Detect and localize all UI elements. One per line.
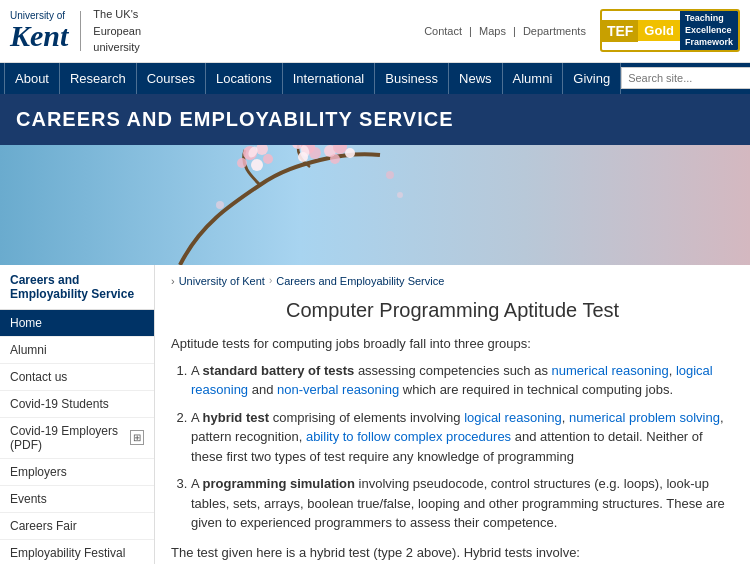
nav-courses[interactable]: Courses bbox=[137, 63, 206, 94]
nav-alumni[interactable]: Alumni bbox=[503, 63, 564, 94]
breadcrumb-ces[interactable]: Careers and Employability Service bbox=[276, 275, 444, 287]
breadcrumb-arrow: › bbox=[171, 275, 175, 287]
sidebar-item-events[interactable]: Events bbox=[0, 486, 154, 513]
nav-research[interactable]: Research bbox=[60, 63, 137, 94]
svg-point-10 bbox=[309, 147, 321, 159]
kent-text: Kent bbox=[10, 21, 68, 51]
search-input[interactable] bbox=[621, 67, 750, 89]
svg-point-5 bbox=[251, 159, 263, 171]
hero-svg bbox=[0, 145, 750, 265]
list-item-2: A hybrid test comprising of elements inv… bbox=[191, 408, 734, 467]
link-logical-reasoning-2[interactable]: logical reasoning bbox=[464, 410, 562, 425]
link-non-verbal-reasoning[interactable]: non-verbal reasoning bbox=[277, 382, 399, 397]
nav-news[interactable]: News bbox=[449, 63, 503, 94]
nav-about[interactable]: About bbox=[4, 63, 60, 94]
top-bar: University of Kent The UK'sEuropeanunive… bbox=[0, 0, 750, 63]
top-links: Contact | Maps | Departments bbox=[420, 25, 590, 37]
svg-point-16 bbox=[386, 171, 394, 179]
sidebar-item-covid-students[interactable]: Covid-19 Students bbox=[0, 391, 154, 418]
sidebar-item-contact[interactable]: Contact us bbox=[0, 364, 154, 391]
link-numerical-problem-solving[interactable]: numerical problem solving bbox=[569, 410, 720, 425]
list-item-3-bold: programming simulation bbox=[203, 476, 355, 491]
tef-text: TeachingExcellenceFramework bbox=[680, 11, 738, 50]
breadcrumb: › University of Kent › Careers and Emplo… bbox=[171, 275, 734, 287]
maps-link[interactable]: Maps bbox=[479, 25, 506, 37]
tef-badge: TEF Gold TeachingExcellenceFramework bbox=[600, 9, 740, 52]
list-item-3: A programming simulation involving pseud… bbox=[191, 474, 734, 533]
sidebar-item-careers-fair[interactable]: Careers Fair bbox=[0, 513, 154, 540]
contact-link[interactable]: Contact bbox=[424, 25, 462, 37]
list-item-1-bold: standard battery of tests bbox=[203, 363, 355, 378]
tef-label: TEF bbox=[602, 20, 638, 42]
svg-point-17 bbox=[397, 192, 403, 198]
nav-business[interactable]: Business bbox=[375, 63, 449, 94]
sidebar-item-employability-festival[interactable]: Employability Festival bbox=[0, 540, 154, 565]
svg-point-13 bbox=[345, 148, 355, 158]
breadcrumb-sep1: › bbox=[269, 275, 272, 286]
intro-text: Aptitude tests for computing jobs broadl… bbox=[171, 336, 734, 351]
page-title: Computer Programming Aptitude Test bbox=[171, 299, 734, 322]
link-numerical-reasoning[interactable]: numerical reasoning bbox=[552, 363, 669, 378]
top-right: Contact | Maps | Departments TEF Gold Te… bbox=[420, 9, 740, 52]
link-follow-complex-procedures[interactable]: ability to follow complex procedures bbox=[306, 429, 511, 444]
sidebar-item-home[interactable]: Home bbox=[0, 310, 154, 337]
sidebar-item-covid-employers[interactable]: Covid-19 Employers (PDF) ⊞ bbox=[0, 418, 154, 459]
pdf-icon: ⊞ bbox=[130, 430, 144, 445]
bottom-text: The test given here is a hybrid test (ty… bbox=[171, 543, 734, 563]
logo-area: University of Kent The UK'sEuropeanunive… bbox=[10, 6, 141, 56]
nav-international[interactable]: International bbox=[283, 63, 376, 94]
hero-image bbox=[0, 145, 750, 265]
svg-point-14 bbox=[330, 154, 340, 164]
content-area: Careers and Employability Service Home A… bbox=[0, 265, 750, 565]
nav-giving[interactable]: Giving bbox=[563, 63, 621, 94]
svg-rect-1 bbox=[0, 145, 750, 265]
logo-icon: University of Kent bbox=[10, 10, 68, 51]
logo-subtitle: The UK'sEuropeanuniversity bbox=[93, 6, 141, 56]
university-logo: University of Kent The UK'sEuropeanunive… bbox=[10, 6, 141, 56]
sidebar: Careers and Employability Service Home A… bbox=[0, 265, 155, 565]
search-box: 🔍 bbox=[621, 66, 750, 90]
nav-locations[interactable]: Locations bbox=[206, 63, 283, 94]
list-item-1: A standard battery of tests assessing co… bbox=[191, 361, 734, 400]
svg-point-15 bbox=[216, 201, 224, 209]
content-list: A standard battery of tests assessing co… bbox=[191, 361, 734, 533]
list-item-2-bold: hybrid test bbox=[203, 410, 269, 425]
breadcrumb-uni[interactable]: University of Kent bbox=[179, 275, 265, 287]
svg-point-4 bbox=[237, 158, 247, 168]
main-content: › University of Kent › Careers and Emplo… bbox=[155, 265, 750, 565]
sidebar-item-alumni[interactable]: Alumni bbox=[0, 337, 154, 364]
logo-divider bbox=[80, 11, 81, 51]
tef-gold: Gold bbox=[638, 20, 680, 41]
sidebar-item-employers[interactable]: Employers bbox=[0, 459, 154, 486]
svg-point-6 bbox=[263, 154, 273, 164]
departments-link[interactable]: Departments bbox=[523, 25, 586, 37]
banner: CAREERS AND EMPLOYABILITY SERVICE bbox=[0, 94, 750, 145]
main-nav: About Research Courses Locations Interna… bbox=[0, 63, 750, 94]
sidebar-header: Careers and Employability Service bbox=[0, 265, 154, 310]
